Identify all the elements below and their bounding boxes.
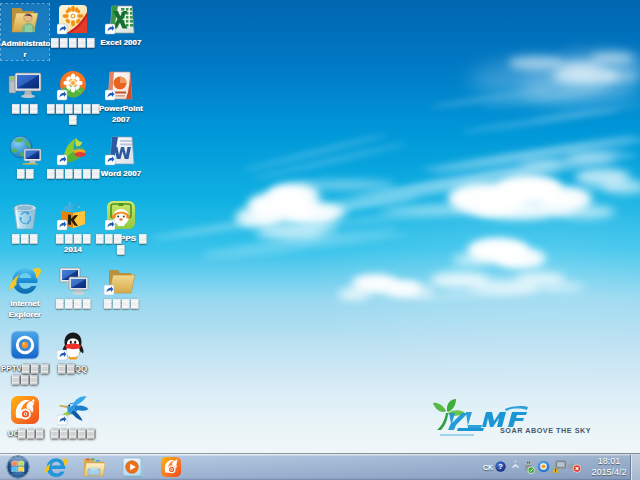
svg-text:SOAR ABOVE THE SKY: SOAR ABOVE THE SKY [500,426,591,435]
svg-text:?: ? [498,462,503,471]
